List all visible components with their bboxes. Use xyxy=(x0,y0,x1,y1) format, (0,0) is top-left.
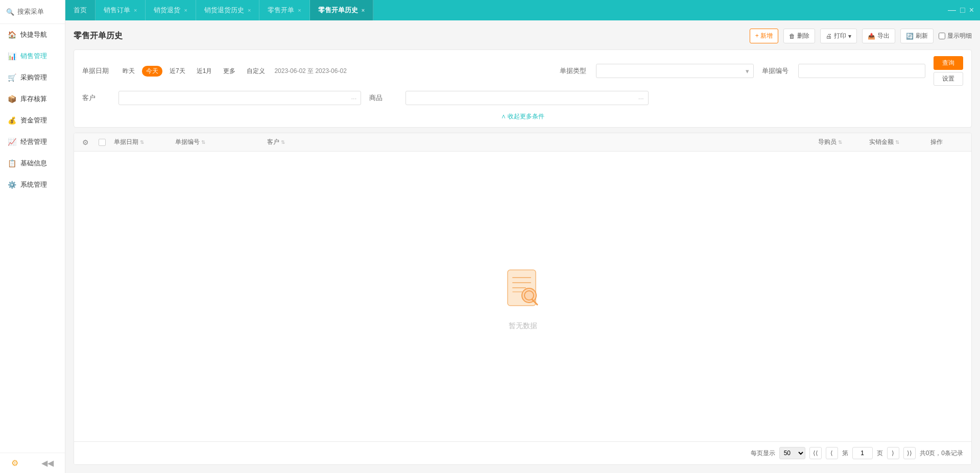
empty-icon-svg xyxy=(497,262,548,313)
customer-input[interactable]: ··· xyxy=(118,91,361,105)
tab-sales-return-history[interactable]: 销货退货历史 × xyxy=(196,0,259,20)
inventory-icon: 📦 xyxy=(7,95,16,103)
settings-icon-btn[interactable]: ⚙ xyxy=(11,458,18,468)
date-btn-last7[interactable]: 近7天 xyxy=(165,66,189,77)
sidebar-item-label: 销售管理 xyxy=(20,52,47,61)
main-area: 首页 销售订单 × 销货退货 × 销货退货历史 × 零售开单 × 零售开单历史 … xyxy=(65,0,980,473)
empty-icon xyxy=(497,262,548,313)
print-icon: 🖨 xyxy=(826,33,832,40)
tab-retail-open[interactable]: 零售开单 × xyxy=(259,0,309,20)
th-date[interactable]: 单据日期 ⇅ xyxy=(110,138,171,146)
pagination: 每页显示 50 100 200 ⟨⟨ ⟨ 第 页 ⟩ ⟩⟩ 共0页，0条记录 xyxy=(74,441,971,464)
sidebar-search[interactable]: 🔍 搜索采单 xyxy=(0,0,65,24)
collapse-filter-btn[interactable]: ∧ 收起更多条件 xyxy=(82,110,963,121)
th-client-sort: ⇅ xyxy=(281,139,285,145)
date-btn-last-month[interactable]: 近1月 xyxy=(193,66,217,77)
display-detail-label[interactable]: 显示明细 xyxy=(939,32,972,40)
prev-page-button[interactable]: ⟨ xyxy=(826,447,838,459)
sidebar-nav: 🏠 快捷导航 📊 销售管理 🛒 采购管理 📦 库存核算 💰 资金管理 📈 经营管… xyxy=(0,24,65,453)
maximize-button[interactable]: □ xyxy=(960,6,965,15)
last-page-button[interactable]: ⟩⟩ xyxy=(903,447,916,459)
date-btn-today[interactable]: 今天 xyxy=(142,66,162,77)
tab-sales-return-label: 销货退货 xyxy=(154,6,180,15)
refresh-button[interactable]: 🔄 刷新 xyxy=(900,29,934,43)
th-settings[interactable]: ⚙ xyxy=(78,138,94,146)
tab-retail-open-label: 零售开单 xyxy=(268,6,294,15)
export-icon: 📤 xyxy=(868,33,875,40)
filter-panel: 单据日期 昨天 今天 近7天 近1月 更多 自定义 2023-06-02 至 2… xyxy=(74,49,972,128)
sidebar-item-inventory[interactable]: 📦 库存核算 xyxy=(0,88,65,110)
tab-sales-return-history-close[interactable]: × xyxy=(248,7,251,13)
page-header: 零售开单历史 + 新增 🗑 删除 🖨 打印 ▾ 📤 导出 🔄 xyxy=(74,29,972,43)
sidebar-item-label: 采购管理 xyxy=(20,73,47,82)
date-btn-more[interactable]: 更多 xyxy=(219,66,240,77)
th-check[interactable] xyxy=(94,139,110,146)
content-area: 零售开单历史 + 新增 🗑 删除 🖨 打印 ▾ 📤 导出 🔄 xyxy=(65,20,980,473)
minimize-button[interactable]: — xyxy=(948,6,956,15)
th-guide-label: 导购员 xyxy=(818,138,836,146)
sidebar-item-quick-nav[interactable]: 🏠 快捷导航 xyxy=(0,24,65,45)
th-date-label: 单据日期 xyxy=(114,138,138,146)
th-client-label: 客户 xyxy=(267,138,279,146)
display-detail-checkbox[interactable] xyxy=(939,33,945,39)
window-controls: — □ × xyxy=(948,6,980,15)
sidebar-item-label: 资金管理 xyxy=(20,116,47,125)
tab-sales-order[interactable]: 销售订单 × xyxy=(95,0,146,20)
sidebar-item-label: 基础信息 xyxy=(20,159,47,168)
delete-icon: 🗑 xyxy=(789,33,795,40)
filter-row-1: 单据日期 昨天 今天 近7天 近1月 更多 自定义 2023-06-02 至 2… xyxy=(82,56,963,86)
per-page-select[interactable]: 50 100 200 xyxy=(779,447,805,459)
print-button[interactable]: 🖨 打印 ▾ xyxy=(820,29,857,43)
add-button[interactable]: + 新增 xyxy=(750,29,778,43)
sidebar: 🔍 搜索采单 🏠 快捷导航 📊 销售管理 🛒 采购管理 📦 库存核算 💰 资金管… xyxy=(0,0,65,473)
page-suffix: 页 xyxy=(877,449,883,458)
doc-type-select[interactable]: ▾ xyxy=(596,64,754,78)
goods-dots: ··· xyxy=(638,94,644,102)
sidebar-item-finance[interactable]: 💰 资金管理 xyxy=(0,110,65,131)
goods-input[interactable]: ··· xyxy=(405,91,648,105)
filter-settings-button[interactable]: 设置 xyxy=(934,72,963,86)
header-checkbox[interactable] xyxy=(99,139,106,146)
page-input[interactable] xyxy=(852,447,873,459)
sidebar-item-sales[interactable]: 📊 销售管理 xyxy=(0,45,65,67)
sidebar-item-purchase[interactable]: 🛒 采购管理 xyxy=(0,67,65,88)
tab-sales-order-close[interactable]: × xyxy=(134,7,137,13)
date-btn-yesterday[interactable]: 昨天 xyxy=(118,66,139,77)
customer-dots: ··· xyxy=(351,94,356,102)
th-amount[interactable]: 实销金额 ⇅ xyxy=(865,138,926,146)
th-guide[interactable]: 导购员 ⇅ xyxy=(814,138,865,146)
first-page-button[interactable]: ⟨⟨ xyxy=(809,447,822,459)
tab-sales-return-history-label: 销货退货历史 xyxy=(204,6,244,15)
tab-home[interactable]: 首页 xyxy=(65,0,95,20)
date-btn-custom[interactable]: 自定义 xyxy=(243,66,269,77)
tab-sales-return[interactable]: 销货退货 × xyxy=(146,0,196,20)
tab-sales-return-close[interactable]: × xyxy=(184,7,187,13)
home-icon: 🏠 xyxy=(7,31,16,39)
goods-label: 商品 xyxy=(369,93,402,103)
filter-row-2: 客户 ··· 商品 ··· xyxy=(82,91,963,105)
system-icon: ⚙️ xyxy=(7,181,16,189)
collapse-icon-btn[interactable]: ◀◀ xyxy=(41,458,54,468)
th-client[interactable]: 客户 ⇅ xyxy=(263,138,814,146)
tab-home-label: 首页 xyxy=(74,6,87,15)
th-num[interactable]: 单据编号 ⇅ xyxy=(171,138,263,146)
sidebar-item-basic[interactable]: 📋 基础信息 xyxy=(0,153,65,174)
sidebar-item-label: 系统管理 xyxy=(20,180,47,189)
export-button[interactable]: 📤 导出 xyxy=(862,29,895,43)
tab-retail-open-history-close[interactable]: × xyxy=(362,7,365,13)
tab-retail-open-history[interactable]: 零售开单历史 × xyxy=(310,0,373,20)
th-date-sort: ⇅ xyxy=(140,139,144,145)
date-range: 2023-06-02 至 2023-06-02 xyxy=(274,67,346,76)
delete-button[interactable]: 🗑 删除 xyxy=(783,29,815,43)
date-label: 单据日期 xyxy=(82,66,115,76)
query-button[interactable]: 查询 xyxy=(934,56,963,70)
tab-retail-open-close[interactable]: × xyxy=(298,7,301,13)
sidebar-item-operations[interactable]: 📈 经营管理 xyxy=(0,131,65,153)
close-button[interactable]: × xyxy=(969,6,974,15)
next-page-button[interactable]: ⟩ xyxy=(887,447,899,459)
doc-num-input[interactable] xyxy=(798,64,925,78)
sales-icon: 📊 xyxy=(7,52,16,60)
th-num-sort: ⇅ xyxy=(201,139,205,145)
purchase-icon: 🛒 xyxy=(7,73,16,82)
sidebar-item-system[interactable]: ⚙️ 系统管理 xyxy=(0,174,65,195)
